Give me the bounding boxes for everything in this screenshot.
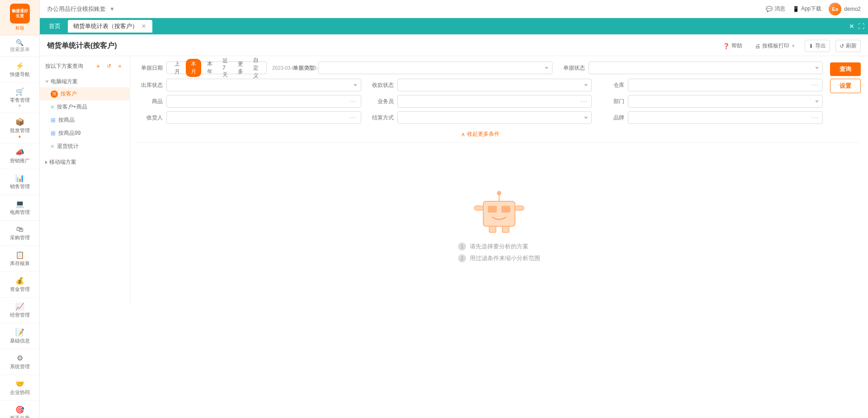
bar-chart-icon2: ≡ bbox=[51, 143, 54, 150]
sidebar-item-inventory[interactable]: 📋 库存核算 bbox=[0, 246, 39, 272]
filter-content-area: 单据日期 上月 本月 本年 近7天 更多 自定义 bbox=[130, 56, 868, 304]
desktop-section-header[interactable]: 电脑端方案 bbox=[40, 76, 130, 87]
salesman-select[interactable]: ··· bbox=[397, 95, 592, 108]
header-dropdown-icon[interactable]: ▼ bbox=[109, 6, 115, 12]
page-inner: 销货单统计表(按客户) ❓ 帮助 🖨 按模板打印 ▼ ⬇ 导出 bbox=[40, 34, 868, 418]
svg-rect-8 bbox=[489, 226, 496, 233]
order-type-label: 单据类型 bbox=[289, 64, 315, 72]
order-type-filter-row: 单据类型 bbox=[289, 62, 552, 74]
department-filter-row: 部门 bbox=[599, 95, 823, 108]
page-header: 销货单统计表(按客户) ❓ 帮助 🖨 按模板打印 ▼ ⬇ 导出 bbox=[40, 34, 868, 56]
app-download-btn[interactable]: 📱 App下载 bbox=[793, 5, 821, 13]
sidebar: 畅捷通好生意 标版 🔍 搜索菜单 ⚡ 快捷导航 🛒 零售管理 ▼ 📦 批发管理 … bbox=[0, 0, 40, 418]
svg-rect-7 bbox=[515, 206, 524, 210]
help-btn[interactable]: ❓ 帮助 bbox=[719, 40, 746, 52]
sidebar-item-shortcut[interactable]: ⚡ 快捷导航 bbox=[0, 57, 39, 83]
query-btns: 查询 设置 bbox=[830, 62, 861, 141]
payment-status-select[interactable] bbox=[397, 79, 592, 91]
settlement-select[interactable] bbox=[397, 111, 592, 124]
svg-point-5 bbox=[497, 191, 501, 195]
mobile-scheme-section: 移动端方案 bbox=[40, 155, 130, 170]
mobile-section-header[interactable]: 移动端方案 bbox=[40, 157, 130, 168]
scheme-panel-header: 按以下方案查询 + ↺ « bbox=[40, 60, 130, 74]
payment-status-filter-row: 收款状态 bbox=[368, 79, 592, 91]
table-icon: ⊞ bbox=[51, 117, 56, 124]
logo-area: 畅捷通好生意 标版 bbox=[0, 0, 39, 35]
last-month-btn[interactable]: 上月 bbox=[170, 59, 184, 77]
this-month-btn[interactable]: 本月 bbox=[186, 59, 201, 77]
svg-rect-3 bbox=[501, 206, 510, 213]
department-label: 部门 bbox=[599, 98, 624, 105]
section-expand-icon bbox=[45, 81, 49, 83]
department-dropdown-icon bbox=[815, 100, 819, 103]
sidebar-item-sales[interactable]: 📊 销售管理 bbox=[0, 169, 39, 195]
brand-select[interactable]: ··· bbox=[628, 111, 823, 124]
main-area: 办公用品行业模拟账套 ▼ 💬 消息 📱 App下载 Ea demo2 首页 bbox=[40, 0, 868, 418]
tab-close-all-icon[interactable]: ✕ bbox=[849, 23, 854, 30]
department-select[interactable] bbox=[628, 95, 823, 108]
print-btn[interactable]: 🖨 按模板打印 ▼ bbox=[751, 40, 799, 52]
last7-btn[interactable]: 近7天 bbox=[218, 56, 232, 80]
order-type-select[interactable] bbox=[318, 62, 552, 74]
scheme-item-goods-99[interactable]: ⊞ 按商品99 bbox=[40, 127, 130, 140]
tab-maximize-icon[interactable]: ⛶ bbox=[858, 23, 864, 30]
scheme-item-by-goods[interactable]: ⊞ 按商品 bbox=[40, 114, 130, 127]
sidebar-item-system[interactable]: ⚙ 系统管理 bbox=[0, 349, 39, 375]
query-btn[interactable]: 查询 bbox=[830, 62, 861, 76]
refresh-btn[interactable]: ↺ 刷新 bbox=[835, 40, 861, 52]
logo-icon: 畅捷通好生意 bbox=[10, 4, 30, 24]
order-status-filter-row: 单据状态 bbox=[560, 62, 823, 74]
sidebar-item-collaboration[interactable]: 🤝 企业协同 bbox=[0, 375, 39, 401]
svg-rect-2 bbox=[488, 206, 497, 213]
export-btn[interactable]: ⬇ 导出 bbox=[805, 40, 830, 52]
table-icon2: ⊞ bbox=[51, 130, 56, 137]
sidebar-item-finance[interactable]: 💰 资金管理 bbox=[0, 272, 39, 298]
sidebar-item-marketing[interactable]: 📣 营销推广 bbox=[0, 143, 39, 169]
settings-btn[interactable]: 设置 bbox=[830, 79, 861, 93]
sidebar-item-guide[interactable]: 🎯 新手引导 bbox=[0, 401, 39, 418]
refresh-scheme-btn[interactable]: ↺ bbox=[104, 62, 113, 71]
logo-text: 标版 bbox=[15, 25, 24, 31]
tab-close-icon[interactable]: ✕ bbox=[141, 23, 147, 29]
order-status-dropdown-icon bbox=[815, 67, 819, 69]
this-year-btn[interactable]: 本年 bbox=[203, 59, 217, 77]
sidebar-item-operations[interactable]: 📈 经营管理 bbox=[0, 298, 39, 323]
date-filter-control[interactable]: 上月 本月 本年 近7天 更多 自定义 bbox=[166, 62, 267, 74]
date-filter-row: 单据日期 上月 本月 本年 近7天 更多 自定义 bbox=[137, 62, 282, 74]
content-layout: 按以下方案查询 + ↺ « 电脑端方案 bbox=[40, 56, 868, 304]
active-scheme-icon: 按 bbox=[51, 90, 58, 98]
warehouse-select[interactable]: ··· bbox=[628, 79, 823, 91]
sidebar-item-basic-info[interactable]: 📝 基础信息 bbox=[0, 323, 39, 349]
page-title: 销货单统计表(按客户) bbox=[47, 41, 117, 51]
collapse-scheme-btn[interactable]: « bbox=[115, 62, 124, 71]
sidebar-item-wholesale[interactable]: 📦 批发管理 ▲ bbox=[0, 113, 39, 143]
warehouse-label: 仓库 bbox=[599, 81, 624, 89]
payment-status-label: 收款状态 bbox=[368, 81, 394, 89]
tab-active[interactable]: 销货单统计表（按客户） ✕ bbox=[68, 20, 152, 33]
user-menu[interactable]: Ea demo2 bbox=[829, 3, 861, 15]
bar-chart-icon: ≡ bbox=[51, 104, 54, 110]
sidebar-item-ecommerce[interactable]: 💻 电商管理 bbox=[0, 195, 39, 221]
app-title: 办公用品行业模拟账套 bbox=[47, 5, 106, 13]
tab-home[interactable]: 首页 bbox=[43, 20, 66, 33]
receiver-select[interactable]: ··· bbox=[166, 111, 361, 124]
filters-main: 单据日期 上月 本月 本年 近7天 更多 自定义 bbox=[137, 62, 823, 141]
more-btn[interactable]: 更多 bbox=[234, 59, 247, 77]
svg-rect-0 bbox=[483, 201, 515, 226]
add-scheme-btn[interactable]: + bbox=[94, 62, 103, 71]
custom-btn[interactable]: 自定义 bbox=[249, 56, 263, 81]
search-menu-item[interactable]: 🔍 搜索菜单 bbox=[0, 35, 39, 57]
goods-select[interactable]: ··· bbox=[166, 95, 361, 108]
collapse-bar[interactable]: ∧ 收起更多条件 bbox=[137, 128, 823, 141]
sidebar-item-purchase[interactable]: 🛍 采购管理 bbox=[0, 221, 39, 246]
out-status-select[interactable] bbox=[166, 79, 361, 91]
scheme-item-customer-goods[interactable]: ≡ 按客户+商品 bbox=[40, 100, 130, 114]
order-status-select[interactable] bbox=[589, 62, 823, 74]
scheme-item-by-customer[interactable]: 按 按客户 bbox=[40, 87, 130, 100]
order-status-label: 单据状态 bbox=[560, 64, 585, 72]
receiver-filter-row: 收货人 ··· bbox=[137, 111, 361, 124]
message-btn[interactable]: 💬 消息 bbox=[766, 5, 785, 13]
sidebar-item-retail[interactable]: 🛒 零售管理 ▼ bbox=[0, 83, 39, 113]
top-header: 办公用品行业模拟账套 ▼ 💬 消息 📱 App下载 Ea demo2 bbox=[40, 0, 868, 18]
scheme-item-return-stats[interactable]: ≡ 退货统计 bbox=[40, 140, 130, 153]
